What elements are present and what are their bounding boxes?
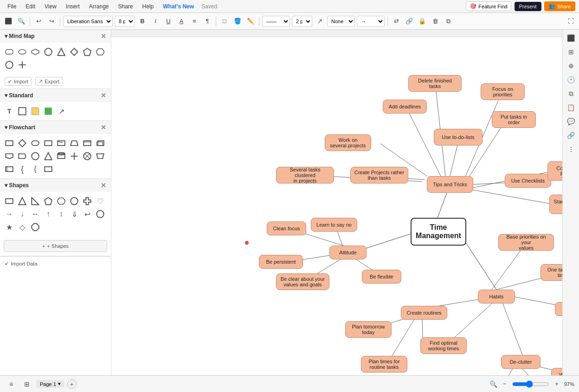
node-clear-values[interactable]: Be clear about your values and goals bbox=[276, 273, 329, 290]
s-arrow-left-right[interactable]: ↔ bbox=[30, 209, 41, 220]
stroke-btn[interactable]: ✏️ bbox=[245, 16, 256, 27]
s-circle[interactable] bbox=[69, 196, 80, 207]
import-btn[interactable]: ↙ Import bbox=[5, 77, 32, 86]
toolbar-redo-btn[interactable]: ↪ bbox=[46, 16, 57, 27]
fill-btn[interactable]: 🪣 bbox=[232, 16, 243, 27]
fc-cross[interactable] bbox=[69, 151, 80, 162]
node-use-checklists[interactable]: Use Checklists bbox=[505, 174, 551, 188]
standard-text[interactable]: T bbox=[4, 106, 15, 117]
node-comm-prefs[interactable]: Communication Preferences bbox=[547, 161, 562, 181]
mind-map-header[interactable]: ▾ Mind Map ✕ bbox=[0, 30, 111, 43]
node-add-deadlines[interactable]: Add deadlines bbox=[383, 100, 427, 114]
duplicate-btn[interactable]: ⧉ bbox=[443, 16, 454, 27]
node-habits[interactable]: Habits bbox=[478, 290, 515, 303]
font-size-select[interactable]: 8 pt bbox=[115, 16, 135, 27]
right-btn-format[interactable]: ⬛ bbox=[565, 32, 578, 44]
s-arrow-right[interactable]: → bbox=[4, 209, 15, 220]
bold-btn[interactable]: B bbox=[137, 16, 148, 27]
node-create-routines[interactable]: Create routines bbox=[401, 306, 447, 320]
export-btn[interactable]: ↗ Export bbox=[35, 77, 63, 86]
s-right-triangle[interactable] bbox=[30, 196, 41, 207]
node-be-flexible[interactable]: Be flexible bbox=[362, 270, 401, 284]
s-octagon[interactable] bbox=[30, 221, 41, 233]
fc-pentagon[interactable] bbox=[4, 151, 15, 162]
node-use-todo[interactable]: Use to-do-lists bbox=[434, 129, 482, 145]
s-pentagon[interactable] bbox=[43, 196, 54, 207]
text-format-btn[interactable]: ¶ bbox=[202, 16, 213, 27]
bottom-list-view[interactable]: ≡ bbox=[5, 378, 18, 391]
node-de-clutter[interactable]: De-clutter bbox=[501, 355, 540, 369]
add-shapes-button[interactable]: + + Shapes bbox=[4, 240, 107, 252]
central-node[interactable]: Time Management bbox=[411, 218, 466, 246]
fullscreen-btn[interactable]: ⛶ bbox=[565, 16, 576, 27]
fc-circle[interactable] bbox=[30, 151, 41, 162]
shape-pentagon[interactable] bbox=[82, 46, 93, 57]
fc-brace[interactable]: { bbox=[17, 164, 28, 175]
shape-ellipse-small[interactable] bbox=[17, 46, 28, 57]
standard-header[interactable]: ▾ Standard ✕ bbox=[0, 89, 111, 102]
toolbar-shapes-btn[interactable]: ⬛ bbox=[3, 16, 14, 27]
standard-rect[interactable] bbox=[17, 106, 28, 117]
right-btn-chat[interactable]: 💬 bbox=[565, 115, 578, 128]
s-heart[interactable]: ♡ bbox=[95, 196, 106, 207]
s-hexagon[interactable] bbox=[56, 196, 67, 207]
underline-btn[interactable]: U bbox=[163, 16, 174, 27]
node-work-several[interactable]: Work on several projects bbox=[325, 134, 371, 151]
menu-whats-new[interactable]: What's New bbox=[159, 2, 198, 11]
right-btn-table[interactable]: ⊞ bbox=[565, 45, 578, 58]
s-diamond2[interactable]: ◇ bbox=[17, 221, 28, 233]
fc-rect2[interactable] bbox=[43, 138, 54, 149]
shape-triangle[interactable] bbox=[56, 46, 67, 57]
shape-rounded-rect[interactable] bbox=[4, 46, 15, 57]
delete-btn[interactable]: 🗑 bbox=[430, 16, 441, 27]
italic-btn[interactable]: I bbox=[150, 16, 161, 27]
node-learn-say-no[interactable]: Learn to say no bbox=[311, 218, 357, 232]
lock-btn[interactable]: 🔒 bbox=[417, 16, 428, 27]
menu-help[interactable]: Help bbox=[139, 2, 158, 11]
import-data-btn[interactable]: ↙ Import Data bbox=[0, 256, 111, 270]
right-btn-clock[interactable]: 🕐 bbox=[565, 73, 578, 86]
menu-insert[interactable]: Insert bbox=[62, 2, 84, 11]
menu-edit[interactable]: Edit bbox=[22, 2, 39, 11]
connection-select[interactable]: None bbox=[327, 16, 355, 27]
arrow-select[interactable]: → bbox=[357, 16, 385, 27]
s-arrow-down[interactable]: ↓ bbox=[17, 209, 28, 220]
shape-circle[interactable] bbox=[43, 46, 54, 57]
node-find-optimal[interactable]: Find optimal working times bbox=[420, 337, 467, 354]
right-btn-notes[interactable]: 📋 bbox=[565, 101, 578, 114]
s-return-arrow[interactable]: ↩ bbox=[82, 209, 93, 220]
shape-hexagon2[interactable] bbox=[95, 46, 106, 57]
node-one-task[interactable]: One task at a time bbox=[540, 264, 562, 281]
shape-cross[interactable] bbox=[17, 59, 28, 70]
fc-cylinder[interactable] bbox=[56, 151, 67, 162]
zoom-out-btn[interactable]: − bbox=[499, 379, 510, 390]
toolbar-search-btn[interactable]: 🔍 bbox=[16, 16, 27, 27]
canvas-area[interactable]: Time Management Tips and Tricks Attitude… bbox=[111, 30, 562, 375]
shape-btn[interactable]: □ bbox=[219, 16, 230, 27]
s-arrow-both[interactable]: ↕ bbox=[56, 209, 67, 220]
fc-triangle[interactable] bbox=[43, 151, 54, 162]
fc-trapezoid2[interactable] bbox=[95, 151, 106, 162]
canvas-content[interactable]: Time Management Tips and Tricks Attitude… bbox=[111, 37, 562, 375]
node-delete-tasks[interactable]: Delete finished tasks bbox=[408, 75, 462, 92]
shapes-close[interactable]: ✕ bbox=[101, 182, 106, 189]
shape-hexagon[interactable] bbox=[30, 46, 41, 57]
zoom-slider[interactable] bbox=[512, 380, 549, 388]
menu-file[interactable]: File bbox=[4, 2, 20, 11]
toolbar-undo-btn[interactable]: ↩ bbox=[33, 16, 44, 27]
node-clean-focus[interactable]: Clean focus bbox=[267, 221, 306, 235]
share-button[interactable]: 👥 Share bbox=[544, 1, 575, 11]
shapes-header[interactable]: ▾ Shapes ✕ bbox=[0, 179, 111, 192]
node-plan-tomorrow[interactable]: Plan tomorrow today bbox=[345, 321, 392, 338]
bottom-grid-view[interactable]: ⊞ bbox=[20, 378, 33, 391]
reverse-btn[interactable]: ⇄ bbox=[391, 16, 402, 27]
waypoint-btn[interactable]: ↗ bbox=[314, 16, 325, 27]
fc-arrow-rect[interactable] bbox=[17, 151, 28, 162]
fc-rounded[interactable] bbox=[30, 138, 41, 149]
line-width-select[interactable]: 2 px bbox=[292, 16, 312, 27]
flowchart-close[interactable]: ✕ bbox=[101, 124, 106, 131]
fc-scroll[interactable] bbox=[56, 138, 67, 149]
fc-dots[interactable]: { bbox=[30, 164, 41, 175]
shape-diamond[interactable] bbox=[69, 46, 80, 57]
s-triangle[interactable] bbox=[17, 196, 28, 207]
